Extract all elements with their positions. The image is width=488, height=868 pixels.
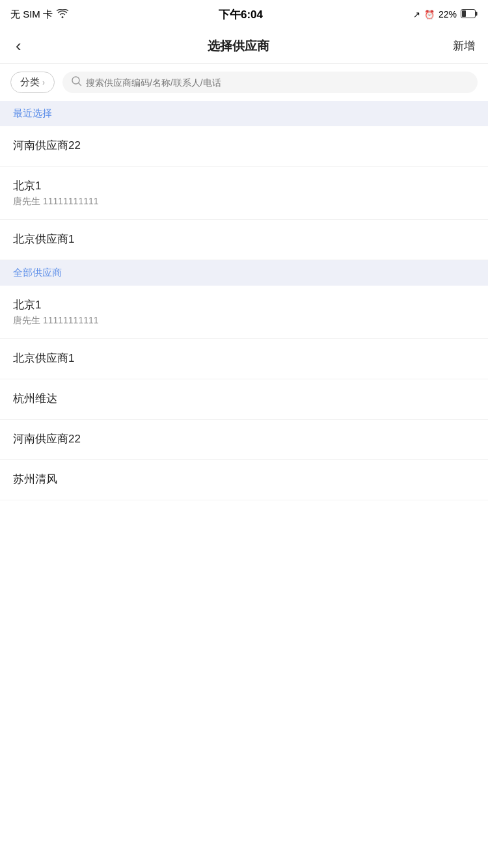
all-section-header: 全部供应商	[0, 260, 488, 286]
list-item[interactable]: 河南供应商22	[0, 420, 488, 460]
list-item[interactable]: 杭州维达	[0, 379, 488, 420]
svg-rect-2	[462, 10, 466, 17]
category-label: 分类	[20, 76, 40, 88]
location-icon: ↗	[413, 10, 420, 20]
search-box	[62, 72, 478, 93]
list-item[interactable]: 苏州清风	[0, 460, 488, 500]
list-item[interactable]: 北京供应商1	[0, 220, 488, 260]
svg-point-3	[72, 77, 79, 84]
recent-section-header: 最近选择	[0, 101, 488, 126]
status-time: 下午6:04	[219, 7, 263, 22]
back-button[interactable]: ‹	[13, 33, 24, 59]
wifi-icon	[57, 9, 68, 20]
search-icon	[72, 76, 82, 88]
list-item[interactable]: 河南供应商22	[0, 126, 488, 167]
list-item[interactable]: 北京供应商1	[0, 339, 488, 379]
page-title: 选择供应商	[208, 38, 269, 55]
all-list: 北京1 唐先生 11111111111 北京供应商1 杭州维达 河南供应商22 …	[0, 286, 488, 500]
category-button[interactable]: 分类 ›	[10, 72, 55, 93]
svg-rect-1	[475, 12, 477, 16]
add-button[interactable]: 新增	[453, 38, 475, 53]
recent-list: 河南供应商22 北京1 唐先生 11111111111 北京供应商1	[0, 126, 488, 260]
filter-bar: 分类 ›	[0, 64, 488, 101]
status-right: ↗ ⏰ 22%	[413, 9, 478, 20]
alarm-icon: ⏰	[424, 10, 435, 20]
list-item[interactable]: 北京1 唐先生 11111111111	[0, 167, 488, 220]
status-bar: 无 SIM 卡 下午6:04 ↗ ⏰ 22%	[0, 0, 488, 29]
search-input[interactable]	[86, 77, 468, 88]
battery-icon	[461, 9, 478, 20]
battery-label: 22%	[439, 9, 457, 20]
no-sim-label: 无 SIM 卡	[10, 8, 53, 21]
nav-bar: ‹ 选择供应商 新增	[0, 29, 488, 64]
chevron-right-icon: ›	[42, 78, 45, 87]
list-item[interactable]: 北京1 唐先生 11111111111	[0, 286, 488, 339]
status-left: 无 SIM 卡	[10, 8, 68, 21]
